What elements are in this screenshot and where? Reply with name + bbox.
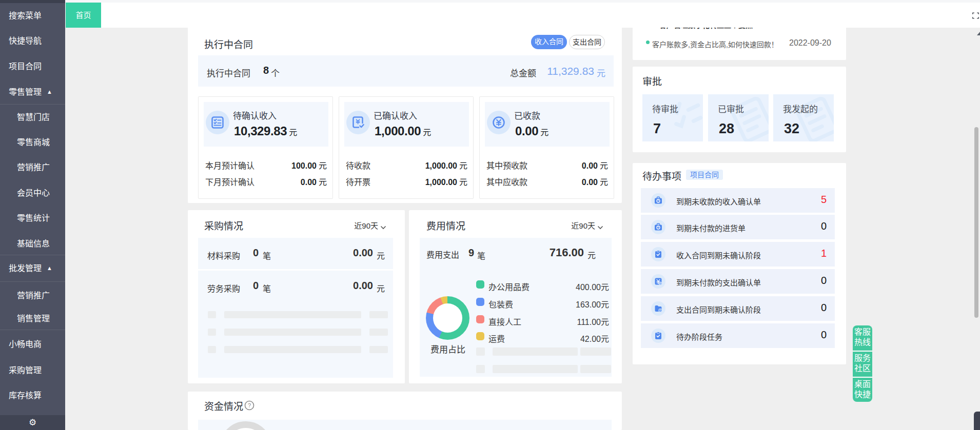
- svg-text:?: ?: [248, 402, 251, 408]
